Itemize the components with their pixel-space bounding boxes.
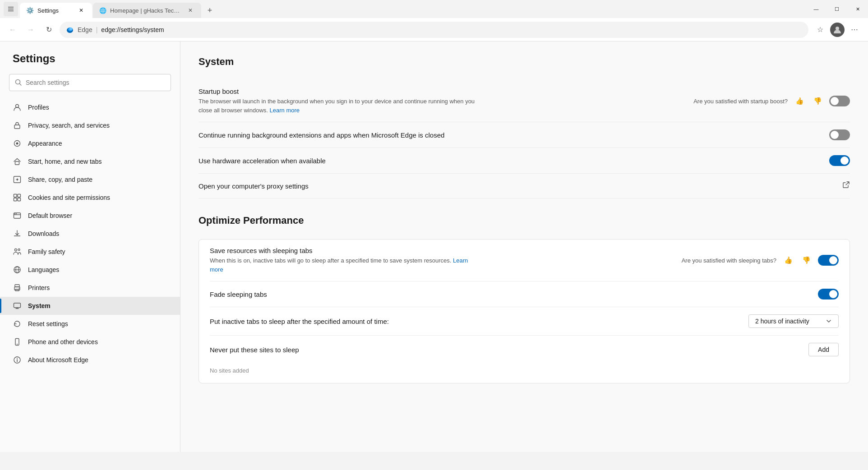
hardware-acceleration-info: Use hardware acceleration when available — [199, 157, 824, 165]
new-tab-button[interactable]: + — [202, 3, 217, 18]
svg-point-11 — [16, 143, 18, 145]
startup-boost-feedback-text: Are you satisfied with startup boost? — [693, 98, 788, 105]
system-icon — [13, 301, 22, 310]
svg-rect-17 — [18, 198, 21, 201]
content-area: System Startup boost The browser will la… — [180, 41, 868, 452]
svg-rect-16 — [14, 198, 17, 201]
sidebar-item-phone-devices[interactable]: Phone and other devices — [0, 333, 180, 351]
sleeping-tabs-label: Save resources with sleeping tabs — [210, 247, 676, 254]
search-box[interactable] — [9, 74, 171, 91]
settings-title: Settings — [0, 52, 180, 74]
sidebar-item-appearance[interactable]: Appearance — [0, 134, 180, 152]
never-sleep-add-button[interactable]: Add — [808, 343, 839, 356]
startup-boost-info: Startup boost The browser will launch in… — [199, 88, 688, 115]
sleep-timer-row: Put inactive tabs to sleep after the spe… — [210, 307, 839, 336]
sidebar-item-cookies[interactable]: Cookies and site permissions — [0, 189, 180, 207]
startup-boost-learn-more[interactable]: Learn more — [270, 107, 300, 114]
close-button[interactable]: ✕ — [847, 0, 868, 18]
sidebar-item-about-label: About Microsoft Edge — [28, 356, 88, 364]
settings-tab-icon: ⚙️ — [26, 7, 34, 14]
favorites-button[interactable]: ☆ — [812, 22, 828, 38]
sidebar-item-printers[interactable]: Printers — [0, 279, 180, 297]
sidebar-item-share-copy[interactable]: Share, copy, and paste — [0, 170, 180, 189]
sidebar-item-start-home[interactable]: Start, home, and new tabs — [0, 152, 180, 170]
svg-rect-14 — [14, 194, 17, 198]
sidebar-item-privacy[interactable]: Privacy, search, and services — [0, 116, 180, 134]
sleeping-tabs-info: Save resources with sleeping tabs When t… — [210, 247, 676, 274]
sleeping-tabs-feedback-text: Are you satisfied with sleeping tabs? — [682, 257, 776, 264]
performance-card: Save resources with sleeping tabs When t… — [199, 239, 850, 383]
settings-tab[interactable]: ⚙️ Settings ✕ — [20, 3, 92, 18]
background-extensions-info: Continue running background extensions a… — [199, 131, 824, 139]
sleeping-tabs-actions: Are you satisfied with sleeping tabs? 👍 … — [682, 254, 839, 267]
forward-button[interactable]: → — [23, 23, 38, 37]
svg-rect-1 — [8, 9, 14, 9]
system-section-title: System — [199, 56, 850, 68]
optimize-performance-title: Optimize Performance — [199, 215, 850, 226]
proxy-settings-label: Open your computer's proxy settings — [199, 182, 836, 190]
sidebar-item-system[interactable]: System — [0, 297, 180, 315]
sleep-timer-value: 2 hours of inactivity — [755, 318, 809, 325]
settings-tab-close[interactable]: ✕ — [77, 6, 86, 15]
home-icon — [13, 157, 22, 166]
svg-rect-26 — [15, 285, 19, 287]
address-brand: Edge — [78, 26, 92, 33]
minimize-button[interactable]: — — [806, 0, 826, 18]
edge-logo-icon — [66, 26, 74, 34]
background-extensions-actions — [829, 129, 850, 140]
address-text: edge://settings/system — [101, 26, 802, 33]
address-bar[interactable]: Edge | edge://settings/system — [60, 22, 808, 38]
titlebar: ⚙️ Settings ✕ 🌐 Homepage | gHacks Techno… — [0, 0, 868, 18]
sidebar-item-default-browser[interactable]: Default browser — [0, 207, 180, 225]
share-icon — [13, 175, 22, 184]
settings-more-button[interactable]: ⋯ — [846, 22, 863, 38]
download-icon — [13, 229, 22, 238]
sidebar-item-start-home-label: Start, home, and new tabs — [28, 158, 102, 165]
never-sleep-header: Never put these sites to sleep Add — [210, 343, 839, 356]
cookies-icon — [13, 193, 22, 202]
hardware-acceleration-toggle[interactable] — [829, 155, 850, 166]
browser-icon — [13, 211, 22, 220]
refresh-button[interactable]: ↻ — [42, 23, 56, 37]
homepage-tab-label: Homepage | gHacks Technology — [110, 7, 182, 14]
sidebar-item-about[interactable]: About Microsoft Edge — [0, 351, 180, 369]
sleep-timer-dropdown[interactable]: 2 hours of inactivity — [748, 314, 839, 328]
startup-boost-thumbs-up[interactable]: 👍 — [793, 95, 806, 107]
sidebar: Settings Profiles Privacy, search, and s… — [0, 41, 180, 452]
hardware-acceleration-label: Use hardware acceleration when available — [199, 157, 824, 165]
sidebar-toggle-btn[interactable] — [4, 2, 18, 16]
homepage-tab-close[interactable]: ✕ — [186, 6, 195, 15]
external-link-icon[interactable] — [842, 181, 850, 191]
sidebar-item-languages[interactable]: Languages — [0, 261, 180, 279]
startup-boost-thumbs-down[interactable]: 👎 — [811, 95, 824, 107]
svg-rect-12 — [15, 161, 19, 165]
profiles-icon — [13, 103, 22, 112]
background-extensions-toggle[interactable] — [829, 129, 850, 140]
maximize-button[interactable]: ☐ — [826, 0, 847, 18]
svg-point-22 — [18, 249, 20, 251]
svg-point-32 — [17, 344, 18, 345]
sidebar-item-downloads[interactable]: Downloads — [0, 225, 180, 243]
startup-boost-actions: Are you satisfied with startup boost? 👍 … — [693, 95, 850, 107]
profile-button[interactable] — [830, 23, 845, 37]
background-extensions-toggle-knob — [831, 131, 839, 139]
startup-boost-toggle[interactable] — [829, 96, 850, 106]
homepage-tab[interactable]: 🌐 Homepage | gHacks Technology ✕ — [93, 3, 201, 18]
sidebar-item-profiles[interactable]: Profiles — [0, 98, 180, 116]
sidebar-item-share-copy-label: Share, copy, and paste — [28, 176, 92, 183]
optimize-performance-section: Optimize Performance Save resources with… — [199, 215, 850, 383]
back-button[interactable]: ← — [5, 23, 20, 37]
about-icon — [13, 355, 22, 364]
sidebar-item-family-safety[interactable]: Family safety — [0, 243, 180, 261]
fade-sleeping-tabs-toggle[interactable] — [818, 289, 839, 300]
sleeping-tabs-toggle[interactable] — [818, 255, 839, 266]
fade-sleeping-tabs-toggle-knob — [829, 290, 837, 298]
proxy-settings-row: Open your computer's proxy settings — [199, 174, 850, 198]
sleeping-tabs-thumbs-down[interactable]: 👎 — [800, 254, 813, 267]
sleeping-tabs-thumbs-up[interactable]: 👍 — [782, 254, 794, 267]
sidebar-item-reset-settings[interactable]: Reset settings — [0, 315, 180, 333]
sleeping-tabs-desc: When this is on, inactive tabs will go t… — [210, 256, 480, 274]
sidebar-item-system-label: System — [28, 302, 51, 309]
svg-point-19 — [14, 213, 15, 214]
search-input[interactable] — [26, 79, 165, 86]
